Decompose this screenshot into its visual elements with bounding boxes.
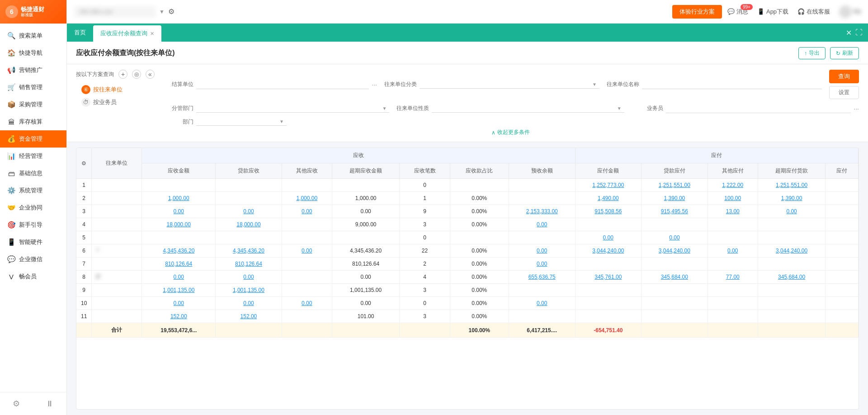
- td-ar-prepay[interactable]: 655,636.75: [509, 271, 575, 284]
- td-ap-overdue[interactable]: [758, 231, 826, 244]
- td-ar-prepay[interactable]: 0.00: [509, 218, 575, 231]
- table-wrap[interactable]: ⚙ 往来单位 应收 应付 应收金额 贷款应收 其他应收 超期应收金额 应收笔数: [76, 148, 859, 410]
- mode-by-salesman[interactable]: ⏱ 按业务员: [78, 96, 155, 109]
- td-ap-overdue[interactable]: 345,684.00: [758, 271, 826, 284]
- sidebar-item-purchase[interactable]: 📦采购管理: [0, 96, 66, 113]
- td-ap-loan[interactable]: 1,251,551.00: [642, 179, 708, 192]
- td-ap-amount[interactable]: 0.00: [575, 231, 642, 244]
- td-ar-other[interactable]: [282, 284, 332, 297]
- td-ar-prepay[interactable]: 0.00: [509, 258, 575, 271]
- mode-by-partner[interactable]: ⑥ 按往来单位: [78, 83, 155, 96]
- td-ap-other[interactable]: [708, 231, 758, 244]
- td-ar-other[interactable]: [282, 218, 332, 231]
- td-ar-amount[interactable]: [142, 231, 216, 244]
- td-ap-overdue[interactable]: [758, 297, 826, 310]
- sidebar-item-wechat[interactable]: 💬企业微信: [0, 251, 66, 268]
- topnav-addr-arrow-icon[interactable]: ▼: [159, 9, 165, 15]
- td-ar-amount[interactable]: 810,126.64: [142, 258, 216, 271]
- td-ar-other[interactable]: 0.00: [282, 205, 332, 218]
- td-ar-loan[interactable]: 0.00: [216, 205, 282, 218]
- setting-btn[interactable]: 设置: [829, 86, 859, 99]
- td-ap-amount[interactable]: [575, 218, 642, 231]
- td-ar-other[interactable]: 0.00: [282, 297, 332, 310]
- td-ap-other[interactable]: 77.00: [708, 271, 758, 284]
- td-ar-prepay[interactable]: 2,153,333.00: [509, 205, 575, 218]
- tab-home[interactable]: 首页: [67, 24, 93, 42]
- td-ap-amount[interactable]: [575, 284, 642, 297]
- td-ap-amount[interactable]: 915,508.56: [575, 205, 642, 218]
- td-ar-other[interactable]: [282, 271, 332, 284]
- td-ap-overdue[interactable]: [758, 310, 826, 323]
- trial-btn[interactable]: 体验行业方案: [672, 5, 722, 19]
- sidebar-item-newbie[interactable]: 🎯新手引导: [0, 216, 66, 234]
- td-ar-loan[interactable]: 1,001,135.00: [216, 284, 282, 297]
- td-ap-overdue[interactable]: 0.00: [758, 205, 826, 218]
- app-download[interactable]: 📱 App下载: [757, 8, 788, 16]
- td-ap-other[interactable]: [708, 218, 758, 231]
- td-ap-amount[interactable]: 1,490.00: [575, 192, 642, 205]
- td-ar-amount[interactable]: [142, 179, 216, 192]
- filter-add-btn[interactable]: +: [118, 70, 127, 79]
- sidebar-settings-icon[interactable]: ⚙: [10, 396, 23, 411]
- td-ar-amount[interactable]: 4,345,436.20: [142, 244, 216, 258]
- sidebar-item-sales[interactable]: 🛒销售管理: [0, 79, 66, 96]
- td-ar-amount[interactable]: 1,001,135.00: [142, 284, 216, 297]
- td-ar-loan[interactable]: 152.00: [216, 310, 282, 323]
- td-ap-other[interactable]: [708, 258, 758, 271]
- td-ap-loan[interactable]: [642, 218, 708, 231]
- th-settings[interactable]: ⚙: [76, 148, 92, 179]
- filter-input-jiesuan[interactable]: [196, 80, 369, 89]
- td-ar-loan[interactable]: 4,345,436.20: [216, 244, 282, 258]
- filter-select-xingzhi[interactable]: ▼: [432, 105, 624, 113]
- td-ar-amount[interactable]: 0.00: [142, 205, 216, 218]
- filter-select-fenguan[interactable]: ▼: [196, 105, 389, 113]
- td-ar-other[interactable]: [282, 310, 332, 323]
- td-ap-other[interactable]: [708, 284, 758, 297]
- td-ap-loan[interactable]: [642, 284, 708, 297]
- td-ap-overdue[interactable]: 1,251,551.00: [758, 179, 826, 192]
- td-ar-amount[interactable]: 0.00: [142, 271, 216, 284]
- td-ap-other[interactable]: [708, 297, 758, 310]
- tab-araplookup[interactable]: 应收应付余额查询 ✕: [93, 25, 161, 42]
- sidebar-item-search[interactable]: 🔍搜索菜单: [0, 27, 66, 44]
- filter-select-bumen[interactable]: ▼: [196, 118, 287, 126]
- td-ar-loan[interactable]: 0.00: [216, 297, 282, 310]
- filter-input-laiwai-name[interactable]: [642, 80, 822, 89]
- online-service[interactable]: 🎧 在线客服: [797, 8, 830, 16]
- td-ap-overdue[interactable]: [758, 284, 826, 297]
- td-ap-loan[interactable]: [642, 258, 708, 271]
- td-ap-other[interactable]: [708, 310, 758, 323]
- td-ap-other[interactable]: 0.00: [708, 244, 758, 258]
- td-ar-prepay[interactable]: 0.00: [509, 244, 575, 258]
- td-ar-amount[interactable]: 18,000.00: [142, 218, 216, 231]
- topnav-gear-icon[interactable]: ⚙: [168, 7, 175, 16]
- td-ap-loan[interactable]: [642, 310, 708, 323]
- td-ar-prepay[interactable]: [509, 179, 575, 192]
- filter-input-yewuyuan[interactable]: [666, 104, 851, 113]
- td-ap-loan[interactable]: [642, 297, 708, 310]
- td-ap-overdue[interactable]: [758, 258, 826, 271]
- sidebar-collapse-icon[interactable]: ⏸: [43, 396, 57, 411]
- collapse-more-btn[interactable]: ∧ 收起更多条件: [162, 126, 859, 136]
- td-ap-loan[interactable]: 0.00: [642, 231, 708, 244]
- sidebar-item-operation[interactable]: 📊经营管理: [0, 148, 66, 165]
- td-ar-amount[interactable]: 1,000.00: [142, 192, 216, 205]
- filter-dots-jiesuan[interactable]: ···: [372, 81, 377, 88]
- sidebar-item-finance[interactable]: 💰资金管理: [0, 130, 66, 148]
- td-ap-loan[interactable]: 3,044,240.00: [642, 244, 708, 258]
- td-ar-amount[interactable]: 0.00: [142, 297, 216, 310]
- td-ap-overdue[interactable]: [758, 218, 826, 231]
- filter-dots-yewuyuan[interactable]: ···: [854, 105, 859, 112]
- td-ar-loan[interactable]: 18,000.00: [216, 218, 282, 231]
- td-ar-loan[interactable]: [216, 231, 282, 244]
- td-ap-amount[interactable]: 3,044,240.00: [575, 244, 642, 258]
- td-ar-loan[interactable]: [216, 179, 282, 192]
- td-ap-amount[interactable]: [575, 258, 642, 271]
- topnav-message[interactable]: 💬 消息 99+: [727, 8, 748, 16]
- td-ap-amount[interactable]: [575, 310, 642, 323]
- sidebar-item-shortcut[interactable]: 🏠快捷导航: [0, 44, 66, 62]
- td-ap-amount[interactable]: [575, 297, 642, 310]
- td-ar-prepay[interactable]: 0.00: [509, 297, 575, 310]
- td-ar-other[interactable]: 1,000.00: [282, 192, 332, 205]
- query-btn[interactable]: 查询: [829, 70, 859, 83]
